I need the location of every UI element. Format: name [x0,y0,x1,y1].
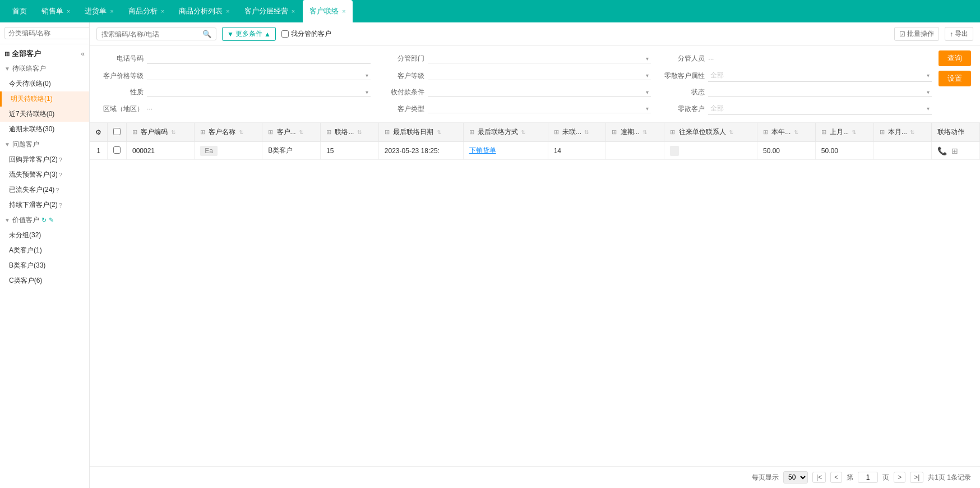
sidebar-item-overdue[interactable]: 逾期未联络(30) [0,122,89,137]
close-customer-tier-icon[interactable]: × [292,8,295,15]
phone-icon[interactable]: 📞 [937,146,947,155]
filter-price-level-select[interactable]: ▾ [147,71,371,80]
top-nav: 首页 销售单 × 进货单 × 商品分析 × 商品分析列表 × 客户分层经营 × … [0,0,980,22]
td-code: 000021 [127,142,195,160]
chevron-down-icon9: ▾ [927,105,930,112]
pending-group-label: ▼ 待联络客户 [0,61,89,76]
td-name: Ea [195,142,262,160]
th-uncontact[interactable]: ⊞ 未联... ⇅ [548,123,606,142]
filter-person-dots[interactable]: ··· [708,55,714,63]
nav-home[interactable]: 首页 [6,0,34,22]
filter-nature-select[interactable]: ▾ [147,88,371,97]
filter-region-label: 区域（地区） [99,104,144,114]
td-overdue [606,142,664,160]
chevron-down-icon: ▾ [646,56,649,62]
grid-action-icon[interactable]: ⊞ [951,146,958,155]
sidebar-item-today[interactable]: 今天待联络(0) [0,76,89,91]
next-page-btn[interactable]: > [894,472,905,483]
filter-customer-level-select[interactable]: ▾ [428,71,651,80]
sort-icon-relcontact: ⊞ [670,128,675,135]
help-icon-4: ? [59,202,62,209]
filter-region-dots[interactable]: ··· [147,105,152,113]
page-number-input[interactable] [858,472,878,483]
refresh-icon[interactable]: ↻ [41,217,47,224]
sidebar-item-ungroup[interactable]: 未分组(32) [0,228,89,243]
query-button[interactable]: 查询 [939,50,971,66]
filter-status-select[interactable]: ▾ [708,88,932,97]
filter-price-level-label: 客户价格等级 [99,71,144,81]
close-customer-contact-icon[interactable]: × [342,8,345,15]
sidebar-item-tomorrow[interactable]: 明天待联络(1) [0,91,89,107]
sidebar-search-input[interactable] [4,27,90,39]
th-code[interactable]: ⊞ 客户编码 ⇅ [127,123,195,142]
nav-product-list[interactable]: 商品分析列表 × [172,0,236,22]
collapse-icon[interactable]: « [81,50,85,58]
sidebar-item-class-a[interactable]: A类客户(1) [0,243,89,258]
close-product-list-icon[interactable]: × [226,8,229,15]
last-page-btn[interactable]: >| [910,472,923,483]
nav-customer-contact[interactable]: 客户联络 × [303,0,352,22]
setting-button[interactable]: 设置 [939,71,971,86]
th-this-month[interactable]: ⊞ 本月... ⇅ [873,123,932,142]
tri-down-icon2: ▼ [4,141,10,148]
th-name[interactable]: ⊞ 客户名称 ⇅ [195,123,262,142]
th-this-year[interactable]: ⊞ 本年... ⇅ [757,123,815,142]
filter-phone-input[interactable] [147,53,371,64]
prev-page-btn[interactable]: < [830,472,842,483]
sidebar-item-week[interactable]: 近7天待联络(0) [0,107,89,122]
th-last-method[interactable]: ⊞ 最后联络方式 ⇅ [463,123,548,142]
th-type[interactable]: ⊞ 客户... ⇅ [262,123,321,142]
td-type: B类客户 [262,142,321,160]
td-last-method[interactable]: 下销货单 [463,142,548,160]
last-method-link[interactable]: 下销货单 [469,146,496,154]
batch-btn[interactable]: ☑ 批量操作 [894,27,939,41]
first-page-btn[interactable]: |< [812,472,826,483]
filter-payment-label: 收付款条件 [380,88,424,97]
filter-retail-select[interactable]: 全部 ▾ [708,103,932,115]
th-checkbox[interactable] [108,123,127,142]
sort-icon-name2: ⇅ [239,129,243,135]
per-page-select[interactable]: 50 [783,471,808,484]
filter-status: 状态 ▾ [660,88,932,97]
row-checkbox[interactable] [113,146,121,154]
close-sales-icon[interactable]: × [67,8,70,15]
filter-customer-type: 客户类型 ▾ [380,104,651,114]
filter-retail-attr-select[interactable]: 全部 ▾ [708,70,932,82]
sidebar-item-churned[interactable]: 已流失客户(24) ? [0,182,89,197]
sidebar-item-class-b[interactable]: B类客户(33) [0,258,89,273]
edit-icon[interactable]: ✎ [49,217,54,224]
nav-sales[interactable]: 销售单 × [35,0,77,22]
filter-customer-type-select[interactable]: ▾ [428,104,651,113]
th-rel-contact[interactable]: ⊞ 往来单位联系人 ⇅ [664,123,757,142]
filter-row-4: 区域（地区） ··· 客户类型 ▾ 零散客户 [99,100,932,118]
more-filter-btn[interactable]: ▼ 更多条件 ▲ [222,27,276,41]
sort-icon-thismonth2: ⇅ [910,129,914,135]
my-customers-checkbox-wrap: 我分管的客户 [281,29,331,39]
chevron-down-icon5: ▾ [366,89,368,95]
th-overdue[interactable]: ⊞ 逾期... ⇅ [606,123,664,142]
my-customers-checkbox[interactable] [281,30,289,38]
th-settings[interactable]: ⚙ [90,123,108,142]
sidebar-item-abnormal[interactable]: 回购异常客户(2) ? [0,152,89,167]
td-checkbox[interactable] [108,142,127,160]
sidebar-item-churn-warn[interactable]: 流失预警客户(3) ? [0,167,89,182]
search-input[interactable] [101,30,202,38]
td-this-year: 50.00 [757,142,815,160]
export-btn[interactable]: ↑ 导出 [945,27,973,41]
filter-customer-level-label: 客户等级 [380,71,424,81]
filter-retail: 零散客户 全部 ▾ [660,103,932,115]
search-btn-icon[interactable]: 🔍 [202,30,211,38]
th-last-month[interactable]: ⊞ 上月... ⇅ [815,123,873,142]
select-all-checkbox[interactable] [113,128,121,135]
th-contact[interactable]: ⊞ 联络... ⇅ [321,123,379,142]
nav-purchase[interactable]: 进货单 × [78,0,120,22]
filter-payment-select[interactable]: ▾ [428,88,651,97]
nav-product-analysis[interactable]: 商品分析 × [122,0,171,22]
nav-customer-tier[interactable]: 客户分层经营 × [238,0,302,22]
sidebar-item-class-c[interactable]: C类客户(6) [0,273,89,288]
close-product-analysis-icon[interactable]: × [161,8,164,15]
close-purchase-icon[interactable]: × [110,8,113,15]
sidebar-item-declining[interactable]: 持续下滑客户(2) ? [0,197,89,213]
filter-dept-select[interactable]: ▾ [428,54,651,63]
th-last-date[interactable]: ⊞ 最后联络日期 ⇅ [378,123,463,142]
